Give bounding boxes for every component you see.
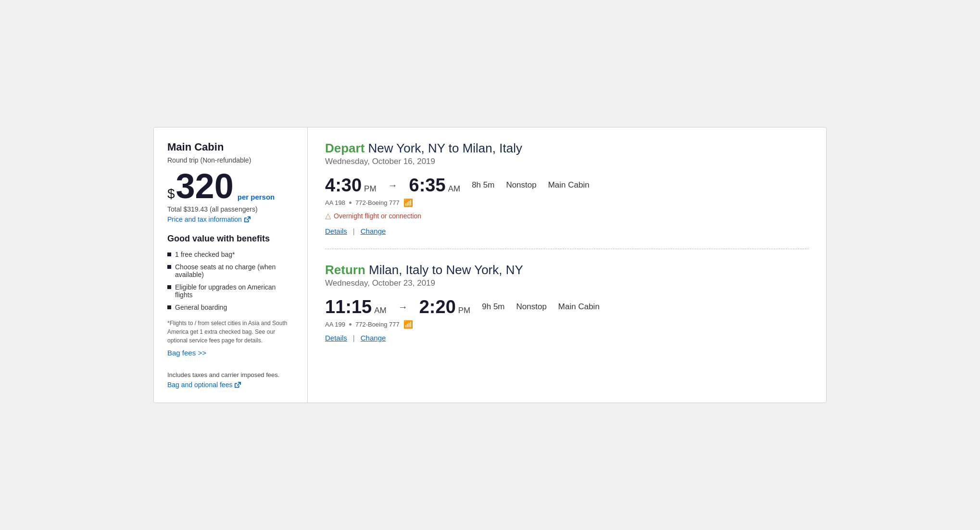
dot-separator-2: [349, 323, 352, 326]
return-wifi-icon: 📶: [403, 320, 413, 329]
return-route: Return Milan, Italy to New York, NY: [325, 263, 809, 278]
list-item: 1 free checked bag*: [167, 251, 294, 258]
optional-fees-link[interactable]: Bag and optional fees: [167, 381, 241, 389]
depart-details-button[interactable]: Details: [325, 227, 347, 235]
booking-card: Main Cabin Round trip (Non-refundable) $…: [153, 127, 827, 403]
price-tax-link[interactable]: Price and tax information: [167, 215, 251, 223]
depart-route-text: New York, NY to Milan, Italy: [368, 141, 522, 155]
return-nonstop: Nonstop: [516, 302, 547, 312]
depart-route: Depart New York, NY to Milan, Italy: [325, 141, 809, 156]
return-date: Wednesday, October 23, 2019: [325, 278, 809, 288]
external-icon: [244, 216, 251, 223]
total-price: Total $319.43 (all passengers): [167, 205, 294, 213]
pipe-separator: |: [353, 227, 355, 235]
return-header: Return Milan, Italy to New York, NY Wedn…: [325, 263, 809, 288]
return-change-button[interactable]: Change: [361, 334, 386, 342]
depart-cabin: Main Cabin: [548, 180, 590, 190]
cabin-title: Main Cabin: [167, 141, 294, 153]
return-flight-row: 11:15 AM → 2:20 PM 9h 5m Nonstop Main Ca…: [325, 298, 809, 316]
bullet-icon: [167, 252, 171, 256]
arrow-icon: →: [388, 180, 398, 191]
return-arrive-ampm: PM: [458, 306, 471, 315]
return-arrow-icon: →: [398, 302, 408, 313]
return-aircraft: 772-Boeing 777: [355, 321, 400, 328]
left-panel: Main Cabin Round trip (Non-refundable) $…: [154, 127, 308, 403]
depart-time-block: 4:30 PM: [325, 176, 377, 194]
return-word: Return: [325, 263, 365, 277]
depart-time: 4:30: [325, 176, 362, 194]
pipe-separator-2: |: [353, 334, 355, 342]
external-icon-2: [234, 381, 241, 388]
return-arrive-time-block: 2:20 PM: [419, 298, 471, 316]
trip-type: Round trip (Non-refundable): [167, 156, 294, 164]
return-depart-time-block: 11:15 AM: [325, 298, 387, 316]
list-item: Choose seats at no charge (when availabl…: [167, 263, 294, 278]
right-panel: Depart New York, NY to Milan, Italy Wedn…: [308, 127, 826, 403]
warning-triangle-icon: △: [325, 211, 331, 220]
depart-flight-num: AA 198: [325, 199, 345, 206]
return-flight-num: AA 199: [325, 321, 345, 328]
depart-section: Depart New York, NY to Milan, Italy Wedn…: [325, 141, 809, 235]
arrive-time-block: 6:35 AM: [409, 176, 461, 194]
return-links-row: Details | Change: [325, 334, 809, 342]
depart-nonstop: Nonstop: [506, 180, 536, 190]
benefit-list: 1 free checked bag* Choose seats at no c…: [167, 251, 294, 311]
overnight-warning: △ Overnight flight or connection: [325, 211, 809, 220]
depart-links-row: Details | Change: [325, 227, 809, 235]
footnote: *Flights to / from select cities in Asia…: [167, 319, 294, 345]
depart-change-button[interactable]: Change: [361, 227, 386, 235]
depart-aircraft: 772-Boeing 777: [355, 199, 400, 206]
return-route-text: Milan, Italy to New York, NY: [369, 263, 523, 277]
depart-flight-info: AA 198 772-Boeing 777 📶: [325, 198, 809, 207]
benefits-title: Good value with benefits: [167, 234, 294, 244]
list-item: Eligible for upgrades on American flight…: [167, 283, 294, 299]
return-details-button[interactable]: Details: [325, 334, 347, 342]
footer-note: Includes taxes and carrier imposed fees.: [167, 371, 294, 379]
price-amount: 320: [176, 169, 234, 203]
dollar-sign: $: [167, 187, 175, 203]
bullet-icon: [167, 265, 171, 269]
bag-fees-link[interactable]: Bag fees >>: [167, 349, 294, 357]
return-arrive-time: 2:20: [419, 298, 456, 316]
arrive-ampm: AM: [448, 184, 461, 194]
return-cabin: Main Cabin: [558, 302, 600, 312]
return-depart-time: 11:15: [325, 298, 372, 316]
return-flight-info: AA 199 772-Boeing 777 📶: [325, 320, 809, 329]
price-row: $ 320 per person: [167, 169, 294, 203]
list-item: General boarding: [167, 303, 294, 311]
per-person: per person: [238, 193, 275, 203]
depart-word: Depart: [325, 141, 364, 155]
return-section: Return Milan, Italy to New York, NY Wedn…: [325, 249, 809, 342]
wifi-icon: 📶: [403, 198, 413, 207]
arrive-time: 6:35: [409, 176, 446, 194]
depart-flight-row: 4:30 PM → 6:35 AM 8h 5m Nonstop Main Cab…: [325, 176, 809, 194]
return-duration: 9h 5m: [482, 302, 504, 312]
depart-duration: 8h 5m: [472, 180, 494, 190]
bullet-icon: [167, 285, 171, 289]
dot-separator: [349, 202, 352, 204]
depart-header: Depart New York, NY to Milan, Italy Wedn…: [325, 141, 809, 166]
depart-ampm: PM: [364, 184, 377, 194]
depart-date: Wednesday, October 16, 2019: [325, 157, 809, 166]
return-depart-ampm: AM: [374, 306, 387, 315]
bullet-icon: [167, 305, 171, 309]
